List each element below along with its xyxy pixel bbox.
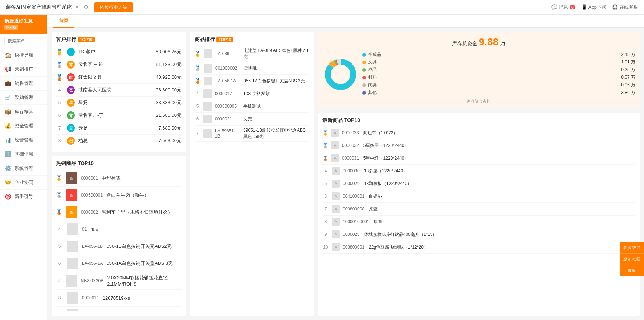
cart-icon: 🛒 <box>4 94 12 101</box>
list-item: 6 A 004100001 白钢垫 <box>322 190 635 203</box>
inventory-chart-area: 半成品 12.45 万 文具 1.01 万 成品 0.25 万 <box>322 52 635 97</box>
sidebar-item-enterprise[interactable]: 🤝 企业协同 <box>0 176 47 190</box>
hot-products-title: 热销商品 TOP10 <box>56 160 94 167</box>
product-ranking-list: 🥇 LA-089 电池盖 LA-089 ABS本色+黑种 7.1克 🥈 0010… <box>195 46 309 311</box>
sidebar-item-purchase[interactable]: 🛒 采购管理 <box>0 91 47 105</box>
list-item: 🥇 图 0000001 中华神舞 <box>56 170 182 187</box>
legend-dot <box>362 68 366 72</box>
sidebar-item-finance[interactable]: 💰 资金管理 <box>0 119 47 133</box>
rank-badge-3: 红 <box>67 73 75 81</box>
product-image: 图 <box>66 206 77 218</box>
medal-silver-icon: 🥈 <box>322 143 328 148</box>
briefcase-icon: 💼 <box>4 80 12 87</box>
product-image-placeholder <box>66 275 77 287</box>
service-link[interactable]: 🎧 在线客服 <box>612 4 638 11</box>
list-item: 5 A 0000029 18颗粒板（1220*2440） <box>322 177 635 190</box>
rank-badge-2: 零 <box>67 61 75 69</box>
new-products-card: 最新商品 TOP10 🥇 A 0000033 封边带（1.0*22） 🥈 A 0… <box>318 113 640 316</box>
float-btn-community[interactable]: 服务 社区 <box>620 254 644 265</box>
list-item: 10 A 003800001 22g鱼豆腐-烧烤味（1*12*20） <box>322 241 635 254</box>
list-item: 9 KK-SD22110H 花语萌恒温分踏睡袋（厚款） <box>56 307 182 311</box>
sidebar-logo: 畅捷通好生意 标准版 <box>0 15 47 34</box>
pr-image <box>204 77 212 85</box>
float-btn-service[interactable]: 客服 热线 <box>620 242 644 254</box>
table-row: 8 档 档总 7,563.00元 <box>56 135 182 147</box>
legend-dot <box>362 91 366 95</box>
list-item: 7 A 000800008 原查 <box>322 203 635 216</box>
legend-dot <box>362 83 366 87</box>
message-badge: 6 <box>570 5 575 9</box>
list-item: 9 A 0000028 体城嘉枚味苏打饮品400毫升（1*15） <box>322 228 635 241</box>
handshake-icon: 🤝 <box>4 179 12 186</box>
rank-badge-6: 零 <box>67 111 75 119</box>
list-item: 7 LA-59651-1B 59651-1B旋转投影灯电池盒ABS黑色+58壳 <box>195 126 309 142</box>
float-btn-live[interactable]: 直播 <box>620 265 644 276</box>
rank-badge-5: 星 <box>67 99 75 107</box>
sidebar-item-inventory[interactable]: 📦 库存核算 <box>0 105 47 119</box>
gear-icon: ⚙️ <box>4 165 12 172</box>
rank-badge-8: 档 <box>67 137 75 145</box>
list-item: 5 LA-056-1B 056-1B白色按键开关壳ABS2壳 <box>56 238 182 255</box>
medal-bronze-icon: 🥉 <box>56 209 62 215</box>
table-row: 🥈 零 零售客户-许 51,183.00元 <box>56 58 182 71</box>
product-ranking-card: 商品排行 TOP10 🥇 LA-089 电池盖 LA-089 ABS本色+黑种 … <box>190 32 314 316</box>
product-image-placeholder <box>67 241 78 252</box>
settings-icon[interactable]: ⚙ <box>83 4 89 11</box>
inventory-chart-label: 库存资金占比 <box>322 99 635 104</box>
tab-home[interactable]: 首页 <box>53 15 74 28</box>
list-item: 4 A 0000030 18多层（1220*2440） <box>322 165 635 177</box>
product-image: 图 <box>66 172 77 184</box>
rank-badge-7: 云 <box>67 124 75 132</box>
list-item: 🥈 A 0000032 5厘多层（1220*2440） <box>322 139 635 152</box>
legend-dot <box>362 76 366 79</box>
search-menu-input[interactable] <box>4 37 42 45</box>
legend-item: 成品 0.25 万 <box>362 67 635 73</box>
sidebar-item-guide[interactable]: 🎯 新手引导 <box>0 190 47 204</box>
trial-button[interactable]: 体验行业方案 <box>94 2 133 12</box>
money-icon: 💰 <box>4 123 12 129</box>
table-row: 4 苍 苍南县人民医院 36,600.00元 <box>56 84 182 97</box>
customer-ranking-table: 🥇 L LS 客户 53,006.26元 🥈 零 零售客户-许 51,183.0… <box>56 46 182 147</box>
sidebar: 畅捷通好生意 标准版 🏠 快捷导航 📢 营销推广 💼 销售管理 🛒 采购管理 📦… <box>0 15 47 320</box>
medal-silver-icon: 🥈 <box>195 65 201 71</box>
right-panel: 库存总资金 9.88 万 <box>318 32 640 316</box>
np-image: A <box>332 192 340 200</box>
np-image: A <box>331 129 339 137</box>
box-icon: 📦 <box>4 108 12 115</box>
sidebar-item-system[interactable]: ⚙️ 系统管理 <box>0 161 47 176</box>
sidebar-item-sales[interactable]: 💼 销售管理 <box>0 77 47 91</box>
sidebar-item-quick-nav[interactable]: 🏠 快捷导航 <box>0 48 47 62</box>
logo-text: 畅捷通好生意 <box>4 18 33 24</box>
product-ranking-title: 商品排行 <box>195 36 215 43</box>
list-item: 6 0000021 夹壳 <box>195 113 309 126</box>
sidebar-item-basic-info[interactable]: ℹ️ 基础信息 <box>0 147 47 161</box>
app-download-link[interactable]: 📱 App下载 <box>581 4 606 11</box>
list-item: 6 LA-056-1A 056-1A白色按键开关盖ABS 3壳 <box>56 255 182 272</box>
dropdown-arrow-icon[interactable]: ▼ <box>75 5 79 10</box>
medal-bronze-icon: 🥉 <box>56 74 63 81</box>
sidebar-item-operations[interactable]: 📊 经营管理 <box>0 133 47 147</box>
product-image: 图 <box>66 189 77 201</box>
medal-gold-icon: 🥇 <box>195 51 201 57</box>
pr-image <box>203 102 212 111</box>
legend-dot <box>362 53 366 57</box>
np-image: A <box>332 218 340 226</box>
np-image: A <box>331 154 339 162</box>
messages-link[interactable]: 💬 消息 6 <box>551 4 575 11</box>
center-panel: 商品排行 TOP10 🥇 LA-089 电池盖 LA-089 ABS本色+黑种 … <box>190 32 314 316</box>
medal-bronze-icon: 🥉 <box>195 78 201 84</box>
list-item: 8 0000011 12070519-xs <box>56 290 182 307</box>
product-image-placeholder <box>67 223 78 235</box>
search-menu-item <box>0 34 47 48</box>
np-image: A <box>332 205 340 213</box>
inventory-legend: 半成品 12.45 万 文具 1.01 万 成品 0.25 万 <box>362 52 635 97</box>
np-image: A <box>332 180 340 188</box>
pr-image <box>204 64 212 73</box>
medal-gold-icon: 🥇 <box>322 130 328 136</box>
home-icon: 🏠 <box>4 52 12 58</box>
sidebar-item-marketing[interactable]: 📢 营销推广 <box>0 62 47 77</box>
medal-gold-icon: 🥇 <box>56 49 63 56</box>
pr-image <box>204 49 212 58</box>
list-item: 🥉 LA-056-1A 056-1A白色按键开关盖ABS 3壳 <box>195 75 309 87</box>
new-products-list: 🥇 A 0000033 封边带（1.0*22） 🥈 A 0000032 5厘多层… <box>322 127 635 311</box>
